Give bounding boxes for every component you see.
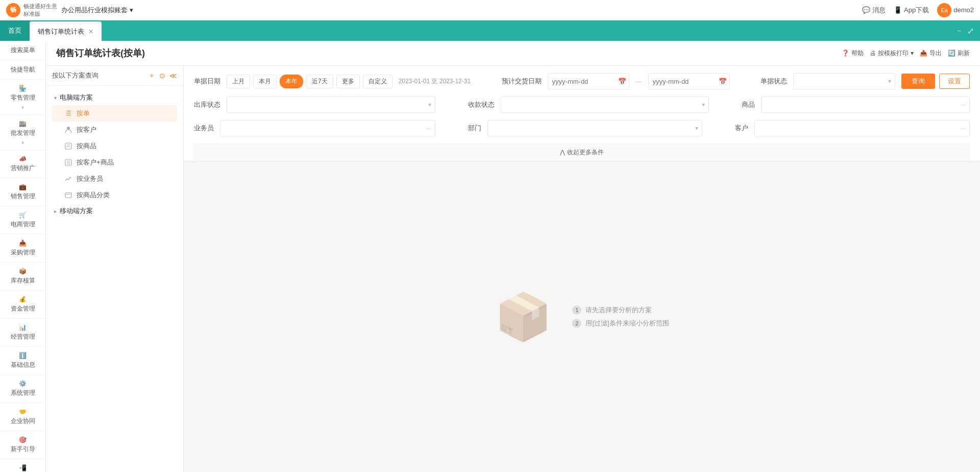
scheme-item-by-customer[interactable]: 按客户 <box>52 122 177 138</box>
expected-date-start-input[interactable] <box>548 73 629 89</box>
print-arrow-icon: ▾ <box>911 50 914 57</box>
main-content: 搜索菜单 快捷导航 🏪 零售管理 ▴ 🏬 批发管理 ▴ 📣 营销推广 💼 <box>0 41 980 472</box>
status-select[interactable] <box>793 73 895 89</box>
date-btn-custom[interactable]: 自定义 <box>363 75 393 88</box>
breadcrumb-text: 办公用品行业模拟账套 <box>61 6 128 15</box>
by-order-icon: ☰ <box>64 109 72 117</box>
sidebar-item-apps[interactable]: 📲 应用中心 <box>0 459 45 472</box>
collapse-panel-icon[interactable]: ≪ <box>169 72 177 80</box>
page-title: 销售订单统计表(按单) <box>56 47 145 65</box>
sidebar-quick-nav[interactable]: 快捷导航 <box>0 60 45 80</box>
customer-label: 客户 <box>735 124 748 133</box>
mobile-group-title: 移动端方案 <box>60 206 93 216</box>
delivery-status-select[interactable] <box>227 97 435 113</box>
export-icon: 📤 <box>920 50 927 57</box>
page-area: 销售订单统计表(按单) ❓ 帮助 🖨 按模板打印 ▾ 📤 导出 🔄 刷新 <box>46 41 980 472</box>
sidebar-item-retail[interactable]: 🏪 零售管理 ▴ <box>0 80 45 114</box>
maximize-icon[interactable]: ⤢ <box>967 26 974 36</box>
export-button[interactable]: 📤 导出 <box>920 49 942 58</box>
svg-rect-1 <box>65 143 71 149</box>
scheme-item-by-salesperson[interactable]: 按业务员 <box>52 171 177 187</box>
empty-tip-1: 1 请先选择要分析的方案 <box>572 305 669 315</box>
scheme-group-pc-header[interactable]: ▾ 电脑端方案 <box>52 90 177 105</box>
table-area: 📦 1 请先选择要分析的方案 2 用[过滤]条件来缩小分析范围 <box>184 161 980 472</box>
logo-text: 畅捷通好生意 标准版 <box>23 3 57 17</box>
collapse-bar[interactable]: ⋀ 收起更多条件 <box>194 144 970 161</box>
message-button[interactable]: 💬 消息 <box>862 6 886 15</box>
date-btn-more[interactable]: 更多 <box>336 75 360 88</box>
product-input[interactable] <box>761 97 970 113</box>
payment-status-select-wrap: ▾ <box>501 97 709 113</box>
scheme-item-by-product-category[interactable]: 按商品分类 <box>52 187 177 203</box>
mobile-group-arrow-icon: ▸ <box>54 208 57 214</box>
sidebar-item-enterprise[interactable]: 🤝 企业协同 <box>0 403 45 431</box>
setting-button[interactable]: 设置 <box>939 74 970 89</box>
empty-tip-2: 2 用[过滤]条件来缩小分析范围 <box>572 319 669 328</box>
date-range-text: 2023-01-01 至 2023-12-31 <box>399 77 471 86</box>
user-area[interactable]: Ea demo2 <box>937 3 974 17</box>
date-btn-this-year[interactable]: 本年 <box>280 75 303 88</box>
sidebar-section-purchase: 📥 采购管理 <box>0 234 45 263</box>
minimize-icon[interactable]: － <box>955 26 963 36</box>
sidebar-section-retail: 🏪 零售管理 ▴ <box>0 80 45 115</box>
scheme-group-mobile: ▸ 移动端方案 <box>46 203 183 219</box>
breadcrumb-arrow-icon: ▾ <box>130 6 133 14</box>
newbie-icon: 🎯 <box>19 436 27 443</box>
scheme-group-mobile-header[interactable]: ▸ 移动端方案 <box>52 203 177 219</box>
sidebar-item-ecommerce[interactable]: 🛒 电商管理 <box>0 206 45 234</box>
date-btn-last7days[interactable]: 近7天 <box>306 75 333 88</box>
date-label: 单据日期 <box>194 77 220 86</box>
sidebar-item-basic[interactable]: ℹ️ 基础信息 <box>0 347 45 374</box>
app-download-button[interactable]: 📱 App下载 <box>894 6 929 15</box>
sidebar-item-inventory[interactable]: 📦 库存核算 <box>0 263 45 290</box>
customer-input[interactable] <box>754 120 970 136</box>
date-dash: — <box>635 78 642 85</box>
expected-date-start-wrap: 📅 <box>548 73 629 89</box>
query-button[interactable]: 查询 <box>901 74 935 89</box>
department-select[interactable] <box>487 120 703 136</box>
filter-panel: 单据日期 上月 本月 本年 近7天 更多 自定义 2023-01-01 至 20… <box>184 66 980 161</box>
filter-actions: 查询 设置 <box>901 74 970 89</box>
expected-date-end-input[interactable] <box>648 73 730 89</box>
scheme-item-by-order[interactable]: ☰ 按单 <box>52 105 177 122</box>
app-download-icon: 📱 <box>894 6 902 14</box>
retail-icon: 🏪 <box>19 85 27 92</box>
scheme-group-pc: ▾ 电脑端方案 ☰ 按单 按客户 <box>46 90 183 203</box>
print-icon: 🖨 <box>870 50 876 57</box>
tab-sales-order-stat[interactable]: 销售订单统计表 ✕ <box>30 21 102 42</box>
top-bar: 畅 畅捷通好生意 标准版 办公用品行业模拟账套 ▾ 💬 消息 📱 App下载 E… <box>0 0 980 20</box>
scheme-item-by-customer-product[interactable]: 按客户+商品 <box>52 154 177 171</box>
sidebar-item-sales[interactable]: 💼 销售管理 <box>0 178 45 206</box>
salesperson-input[interactable] <box>220 120 435 136</box>
sidebar-search[interactable]: 搜索菜单 <box>0 41 45 60</box>
sidebar-item-purchase[interactable]: 📥 采购管理 <box>0 234 45 262</box>
by-product-icon <box>64 142 72 150</box>
sidebar-item-marketing[interactable]: 📣 营销推广 <box>0 150 45 178</box>
top-bar-left: 畅 畅捷通好生意 标准版 办公用品行业模拟账套 ▾ <box>6 3 133 17</box>
empty-state: 📦 1 请先选择要分析的方案 2 用[过滤]条件来缩小分析范围 <box>495 290 669 344</box>
add-scheme-icon[interactable]: ＋ <box>148 71 155 80</box>
sidebar-item-operation[interactable]: 📊 经营管理 <box>0 319 45 346</box>
date-btn-last-month[interactable]: 上月 <box>227 75 250 88</box>
tab-close-icon[interactable]: ✕ <box>88 28 93 35</box>
sidebar-section-basic: ℹ️ 基础信息 <box>0 347 45 375</box>
svg-point-0 <box>67 127 70 130</box>
tab-home[interactable]: 首页 <box>0 20 30 41</box>
scheme-item-by-product[interactable]: 按商品 <box>52 138 177 154</box>
sidebar-item-newbie[interactable]: 🎯 新手引导 <box>0 431 45 459</box>
settings-scheme-icon[interactable]: ⊙ <box>159 72 165 80</box>
filter-row-3: 业务员 ··· 部门 ▾ <box>194 120 970 136</box>
sidebar-item-system[interactable]: ⚙️ 系统管理 <box>0 375 45 403</box>
help-button[interactable]: ❓ 帮助 <box>842 49 864 58</box>
refresh-button[interactable]: 🔄 刷新 <box>948 49 970 58</box>
sidebar-section-system: ⚙️ 系统管理 <box>0 375 45 403</box>
department-label: 部门 <box>468 124 481 133</box>
content-body: 单据日期 上月 本月 本年 近7天 更多 自定义 2023-01-01 至 20… <box>184 66 980 472</box>
marketing-icon: 📣 <box>19 155 27 162</box>
page-header-actions: ❓ 帮助 🖨 按模板打印 ▾ 📤 导出 🔄 刷新 <box>842 49 970 64</box>
sidebar-item-wholesale[interactable]: 🏬 批发管理 ▴ <box>0 115 45 150</box>
payment-status-select[interactable] <box>501 97 709 113</box>
template-print-button[interactable]: 🖨 按模板打印 ▾ <box>870 49 914 58</box>
sidebar-item-finance[interactable]: 💰 资金管理 <box>0 291 45 318</box>
date-btn-this-month[interactable]: 本月 <box>253 75 277 88</box>
